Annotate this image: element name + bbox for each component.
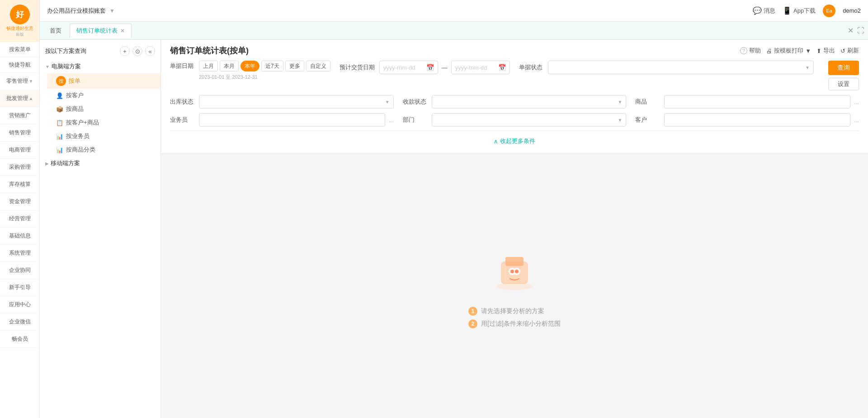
sidebar-item-ecommerce[interactable]: 电商管理 [0, 142, 39, 159]
sidebar-item-inventory[interactable]: 库存核算 [0, 176, 39, 193]
calendar-icon-start: 📅 [426, 64, 434, 71]
payment-status-group: 收款状态 ▼ [403, 95, 627, 109]
date-btn-7days[interactable]: 近7天 [261, 61, 283, 71]
tree-group-mobile-label: 移动端方案 [51, 159, 80, 167]
dept-select[interactable]: ▼ [432, 113, 627, 127]
tab-close-icon[interactable]: ✕ [120, 28, 125, 34]
sidebar-item-apps[interactable]: 应用中心 [0, 296, 39, 314]
by-salesperson-label: 按业务员 [66, 132, 90, 140]
topbar-app-download-btn[interactable]: 📱 App下载 [783, 6, 816, 15]
hint-number-2: 2 [468, 319, 477, 328]
tab-home-label: 首页 [50, 27, 61, 35]
tree-group-pc-arrow: ▼ [45, 64, 50, 69]
sidebar-item-label: 新手引导 [9, 284, 31, 291]
app-download-icon: 📱 [783, 6, 792, 15]
sidebar-item-base-info[interactable]: 基础信息 [0, 228, 39, 245]
tree-item-by-customer-product[interactable]: 📋 按客户+商品 [47, 116, 160, 129]
query-button[interactable]: 查询 [828, 61, 859, 75]
date-btn-last-month[interactable]: 上月 [199, 61, 218, 71]
sidebar-item-system[interactable]: 系统管理 [0, 245, 39, 262]
sidebar-item-weixin[interactable]: 企业微信 [0, 314, 39, 331]
product-input[interactable] [664, 95, 850, 109]
hint-text-2: 用[过滤]条件来缩小分析范围 [481, 320, 561, 328]
salesperson-input[interactable] [199, 113, 385, 127]
right-content: 销售订单统计表(按单) ? 帮助 🖨 按模板打印 ▼ ⬆ [161, 40, 868, 418]
main-data-area: 1 请先选择要分析的方案 2 用[过滤]条件来缩小分析范围 [161, 154, 868, 418]
customer-group: 客户 ... [635, 113, 859, 127]
sidebar-search-item[interactable]: 搜索菜单 [0, 42, 39, 57]
salesperson-more-dots[interactable]: ... [389, 117, 394, 124]
by-category-label: 按商品分类 [66, 146, 95, 154]
tab-close-all-icon[interactable]: ✕ [848, 26, 854, 35]
print-dropdown-icon: ▼ [805, 48, 811, 54]
tree-item-by-customer[interactable]: 👤 按客户 [47, 89, 160, 102]
sidebar-item-quick-nav[interactable]: 快捷导航 [0, 57, 39, 73]
tree-item-by-order[interactable]: 按 按单 [47, 73, 160, 89]
export-btn[interactable]: ⬆ 导出 [816, 47, 835, 55]
sidebar-item-label: 营销推广 [9, 112, 31, 119]
tree-item-by-salesperson[interactable]: 📊 按业务员 [47, 129, 160, 143]
tab-home[interactable]: 首页 [43, 24, 68, 38]
left-panel-add-btn[interactable]: + [120, 46, 130, 56]
shipment-select[interactable]: ▼ [199, 95, 394, 109]
tab-fullscreen-icon[interactable]: ⛶ [857, 27, 864, 35]
date-start-placeholder: yyyy-mm-dd [383, 64, 425, 71]
date-btn-custom[interactable]: 自定义 [306, 61, 330, 71]
sidebar-item-enterprise[interactable]: 企业协同 [0, 262, 39, 279]
print-btn[interactable]: 🖨 按模板打印 ▼ [766, 47, 811, 55]
tree-group-pc-label: 电脑端方案 [52, 62, 81, 71]
svg-point-6 [515, 270, 519, 273]
sidebar-item-label: 销售管理 [9, 129, 31, 137]
expected-date-end-input[interactable]: yyyy-mm-dd 📅 [451, 61, 510, 74]
by-cust-prod-icon: 📋 [56, 119, 63, 126]
help-label: 帮助 [749, 47, 761, 55]
sidebar-item-member[interactable]: 畅会员 [0, 331, 39, 348]
refresh-btn[interactable]: ↺ 刷新 [840, 47, 859, 55]
left-panel-collapse-btn[interactable]: « [145, 46, 155, 56]
tab-sales-order-stats[interactable]: 销售订单统计表 ✕ [70, 24, 132, 38]
date-range-hint: 2023-01-01 至 2023-12-31 [199, 74, 258, 80]
product-more-dots[interactable]: ... [854, 99, 859, 105]
empty-hint-1: 1 请先选择要分析的方案 [468, 307, 544, 316]
payment-select[interactable]: ▼ [432, 95, 627, 109]
sidebar-item-retail[interactable]: 零售管理 ▼ [0, 73, 39, 90]
tree-group-pc-title[interactable]: ▼ 电脑端方案 [40, 60, 160, 73]
user-name[interactable]: demo2 [843, 7, 861, 14]
tree-group-mobile-title[interactable]: ▶ 移动端方案 [40, 157, 160, 170]
shipment-label: 出库状态 [170, 98, 195, 106]
dept-dropdown-icon: ▼ [618, 118, 622, 123]
tree-group-mobile: ▶ 移动端方案 [40, 157, 160, 170]
collapse-conditions-btn[interactable]: ∧ 收起更多条件 [486, 134, 542, 148]
empty-content: 1 请先选择要分析的方案 2 用[过滤]条件来缩小分析范围 [468, 243, 561, 328]
query-buttons: 查询 设置 [828, 61, 859, 90]
help-btn[interactable]: ? 帮助 [740, 47, 761, 55]
sidebar-item-finance[interactable]: 资金管理 [0, 193, 39, 210]
sidebar-item-newbie[interactable]: 新手引导 [0, 279, 39, 296]
date-btn-more[interactable]: 更多 [285, 61, 304, 71]
export-label: 导出 [823, 47, 835, 55]
date-label: 单据日期 [170, 62, 195, 70]
collapse-up-icon: ∧ [494, 138, 498, 145]
topbar-dropdown-icon[interactable]: ▼ [109, 8, 115, 14]
customer-more-dots[interactable]: ... [854, 117, 859, 124]
tree-item-by-category[interactable]: 📊 按商品分类 [47, 143, 160, 157]
sidebar-item-purchase[interactable]: 采购管理 [0, 159, 39, 176]
sidebar-item-wholesale[interactable]: 批发管理 ▲ [0, 90, 39, 107]
date-btn-this-month[interactable]: 本月 [220, 61, 239, 71]
dept-group: 部门 ▼ [403, 113, 627, 127]
customer-input[interactable] [664, 113, 850, 127]
sidebar-logo: 好 畅捷通好生意 标版 [0, 0, 39, 42]
sidebar-item-sales[interactable]: 销售管理 [0, 124, 39, 142]
topbar-message-btn[interactable]: 💬 消息 [753, 6, 775, 15]
expected-date-start-input[interactable]: yyyy-mm-dd 📅 [379, 61, 438, 74]
filter-expected-date-group: 预计交货日期 yyyy-mm-dd 📅 — yyyy-mm-dd 📅 [340, 61, 510, 74]
settings-button[interactable]: 设置 [828, 78, 859, 90]
left-panel-edit-btn[interactable]: ⊙ [132, 46, 142, 56]
status-select[interactable]: ▼ [548, 61, 814, 74]
left-panel-header: 按以下方案查询 + ⊙ « [40, 44, 160, 60]
tree-item-by-product[interactable]: 📦 按商品 [47, 102, 160, 116]
date-btn-this-year[interactable]: 本年 [241, 61, 259, 71]
sidebar-item-operation[interactable]: 经营管理 [0, 210, 39, 228]
user-avatar[interactable]: Ea [823, 5, 835, 17]
sidebar-item-marketing[interactable]: 营销推广 [0, 107, 39, 124]
